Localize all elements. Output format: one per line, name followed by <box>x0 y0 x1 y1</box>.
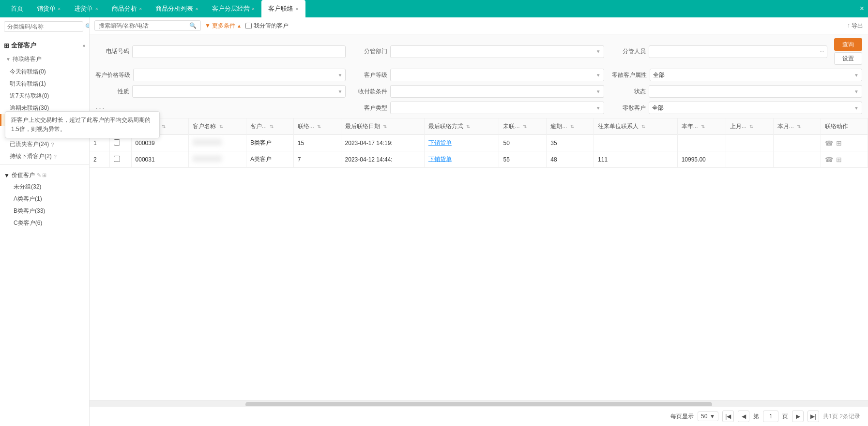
sort-icon-8[interactable]: ⇅ <box>570 124 574 129</box>
filter-payment-select[interactable]: ▼ <box>390 85 604 98</box>
col-contact-count: 联络... ⇅ <box>293 118 341 135</box>
sidebar-body: ⊞ 全部客户 » ▼ 待联络客户 今天待联络(0) 明天待联络(1) 近7天待联… <box>0 36 89 426</box>
sort-icon[interactable]: ⇅ <box>162 124 166 129</box>
filter-payment-label: 收付款条件 <box>353 88 387 96</box>
nav-sales-order[interactable]: 销货单 × <box>30 0 67 17</box>
row-last-method-2[interactable]: 下销货单 <box>424 151 499 168</box>
row-last-date-2: 2023-04-12 14:44: <box>341 151 424 168</box>
sidebar-item-today[interactable]: 今天待联络(0) <box>0 66 89 78</box>
filter-my-customers[interactable]: 我分管的客户 <box>245 22 289 30</box>
filter-gender-select[interactable]: ▼ <box>132 85 346 98</box>
contact-icon-2[interactable]: ☎ <box>825 156 833 163</box>
first-page-button[interactable]: |◀ <box>722 411 734 422</box>
nav-close-icon[interactable]: × <box>195 6 198 12</box>
filter-search-icon[interactable]: 🔍 <box>189 22 197 29</box>
filter-person-select[interactable]: ··· <box>649 45 827 58</box>
sidebar-pending-group[interactable]: ▼ 待联络客户 <box>0 53 89 66</box>
col-last-month: 上月... ⇅ <box>726 118 774 135</box>
row-last-method-1[interactable]: 下销货单 <box>424 135 499 151</box>
filter-customer-grade-select[interactable]: ▼ <box>390 69 604 81</box>
filter-price-grade-select[interactable]: ▼ <box>133 69 346 81</box>
sort-icon-9[interactable]: ⇅ <box>641 124 645 129</box>
table-header-row: ⚙ 客户编码 ⇅ 客户名称 ⇅ 客户... ⇅ <box>90 118 868 135</box>
chevron-down-icon-price: ▼ <box>337 73 342 78</box>
row-checkbox-2[interactable] <box>109 151 131 168</box>
sort-icon-7[interactable]: ⇅ <box>523 124 527 129</box>
info-icon-3[interactable]: ? <box>51 142 54 147</box>
grid-action-icon-2[interactable]: ⊞ <box>836 156 842 163</box>
window-close-button[interactable]: × <box>860 4 864 13</box>
nav-product-analysis[interactable]: 商品分析 × <box>105 0 149 17</box>
last-page-button[interactable]: ▶| <box>807 411 819 422</box>
filter-price-grade-label: 客户价格等级 <box>95 71 130 79</box>
row-grade-2: A类客户 <box>246 151 294 168</box>
filter-export-button[interactable]: ↑ 导出 <box>847 22 863 30</box>
customer-table: ⚙ 客户编码 ⇅ 客户名称 ⇅ 客户... ⇅ <box>90 118 868 168</box>
sidebar-item-ungrouped[interactable]: 未分组(32) <box>4 181 85 193</box>
sidebar-item-declining[interactable]: 持续下滑客户(2) ? <box>0 150 89 162</box>
filter-dept-select[interactable]: ▼ <box>390 45 604 58</box>
filter-customer-type-row: 客户类型 ▼ <box>353 102 604 114</box>
sort-icon-4[interactable]: ⇅ <box>317 124 321 129</box>
filter-customer-grade-row: 客户等级 ▼ <box>353 69 604 81</box>
filter-status-select[interactable]: ▼ <box>649 85 862 98</box>
filter-more-conditions[interactable]: ▼ 更多条件 ▲ <box>205 22 242 30</box>
nav-customer-contact[interactable]: 客户联络 × <box>261 0 305 17</box>
col-last-date: 最后联络日期 ⇅ <box>341 118 424 135</box>
my-customers-checkbox[interactable] <box>245 23 252 29</box>
nav-customer-tier[interactable]: 客户分层经营 × <box>205 0 261 17</box>
horizontal-scrollbar[interactable] <box>90 400 868 406</box>
nav-close-icon[interactable]: × <box>139 6 142 12</box>
sidebar-search-input[interactable] <box>4 21 83 32</box>
sort-icon-6[interactable]: ⇅ <box>466 124 470 129</box>
row-name-1 <box>189 135 246 151</box>
sort-icon-5[interactable]: ⇅ <box>383 124 387 129</box>
filter-retail-attr-select[interactable]: 全部 ▼ <box>650 69 862 81</box>
sidebar-collapse-icon[interactable]: » <box>82 43 85 48</box>
sidebar-all-customers-header[interactable]: ⊞ 全部客户 » <box>0 38 89 53</box>
filter-search-input[interactable] <box>99 22 189 29</box>
filter-customer-type-select[interactable]: ▼ <box>390 102 604 114</box>
sort-icon-3[interactable]: ⇅ <box>270 124 274 129</box>
filter-phone-input[interactable] <box>132 45 346 58</box>
info-icon-4[interactable]: ? <box>54 154 57 160</box>
col-action: 联络动作 <box>821 118 868 135</box>
sidebar-value-group-header[interactable]: ▼ 价值客户 ✎ ⊞ <box>4 170 85 181</box>
next-page-button[interactable]: ▶ <box>792 411 804 422</box>
edit-icon[interactable]: ✎ <box>37 172 41 178</box>
sort-icon-2[interactable]: ⇅ <box>219 124 223 129</box>
sort-icon-12[interactable]: ⇅ <box>797 124 801 129</box>
col-uncontacted: 未联... ⇅ <box>499 118 547 135</box>
nav-close-icon[interactable]: × <box>295 6 298 12</box>
nav-close-icon[interactable]: × <box>95 6 98 12</box>
nav-purchase-order[interactable]: 进货单 × <box>67 0 105 17</box>
sidebar-item-lost[interactable]: 已流失客户(24) ? <box>0 138 89 150</box>
action-icons-2: ☎ ⊞ <box>825 156 864 163</box>
chevron-down-icon-gender: ▼ <box>337 89 342 94</box>
table-row: 2 000031 A类客户 7 2023-04-12 14:44: 下销货单 5… <box>90 151 868 168</box>
add-icon[interactable]: ⊞ <box>42 172 46 178</box>
nav-close-icon[interactable]: × <box>58 6 61 12</box>
grid-action-icon[interactable]: ⊞ <box>836 139 842 147</box>
table-area: ⚙ 客户编码 ⇅ 客户名称 ⇅ 客户... ⇅ <box>90 118 868 400</box>
sort-icon-11[interactable]: ⇅ <box>749 124 753 129</box>
filter-retail-customer-label: 零散客户 <box>612 104 646 112</box>
sidebar-item-a-class[interactable]: A类客户(1) <box>4 193 85 205</box>
contact-icon[interactable]: ☎ <box>825 139 833 147</box>
per-page-select[interactable]: 50 ▼ <box>698 411 718 421</box>
nav-close-icon[interactable]: × <box>252 6 255 12</box>
settings-button[interactable]: 设置 <box>834 52 862 65</box>
nav-home[interactable]: 首页 <box>4 0 30 17</box>
sidebar-search-icon[interactable]: 🔍 <box>85 23 90 30</box>
pagination: 每页显示 50 ▼ |◀ ◀ 第 页 ▶ ▶| 共1页 2条记录 <box>90 406 868 426</box>
page-number-input[interactable] <box>763 411 778 422</box>
sidebar-item-7days[interactable]: 近7天待联络(0) <box>0 90 89 102</box>
nav-product-analysis-list[interactable]: 商品分析列表 × <box>149 0 205 17</box>
filter-retail-customer-select[interactable]: 全部 ▼ <box>649 102 862 114</box>
prev-page-button[interactable]: ◀ <box>738 411 749 422</box>
sidebar-item-c-class[interactable]: C类客户(6) <box>4 217 85 229</box>
sidebar-item-b-class[interactable]: B类客户(33) <box>4 205 85 217</box>
sidebar-item-tomorrow[interactable]: 明天待联络(1) <box>0 78 89 90</box>
sort-icon-10[interactable]: ⇅ <box>701 124 705 129</box>
query-button[interactable]: 查询 <box>834 38 862 51</box>
